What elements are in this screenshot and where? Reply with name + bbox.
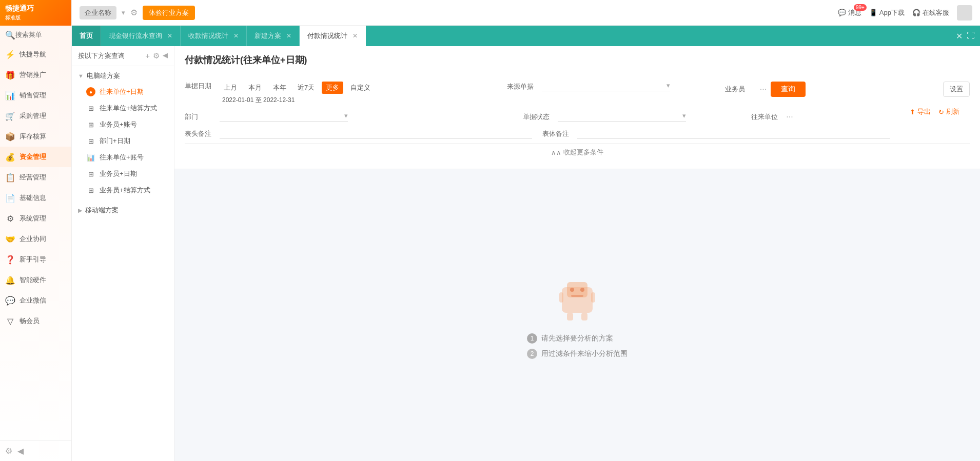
sidebar-settings-btn[interactable]: ⚙	[5, 446, 12, 456]
dept-label: 部门	[185, 112, 215, 122]
sidebar-item-marketing[interactable]: 🎁 营销推广	[0, 65, 71, 85]
sidebar-item-vip[interactable]: ▽ 畅会员	[0, 311, 71, 331]
tab-payment-detail-close-icon[interactable]: ✕	[352, 32, 358, 39]
date-opt-custom[interactable]: 自定义	[346, 82, 375, 94]
svg-point-3	[580, 288, 584, 292]
result-area: 1 请先选择要分析的方案 2 用过滤条件来缩小分析范围	[174, 169, 980, 461]
tab-payment-stat[interactable]: 收款情况统计 ✕	[181, 26, 247, 46]
scheme-desktop-group-header[interactable]: ▼ 电脑端方案	[72, 68, 174, 84]
scheme-item-unit-settlement-label: 往来单位+结算方式	[100, 104, 157, 113]
date-opt-this-month[interactable]: 本月	[244, 82, 266, 94]
scheme-item-staff-settlement[interactable]: ⊞ 业务员+结算方式	[72, 182, 174, 198]
date-opt-this-year[interactable]: 本年	[269, 82, 290, 94]
scheme-item-staff-date[interactable]: ⊞ 业务员+日期	[72, 166, 174, 182]
source-select[interactable]: ▾	[542, 82, 670, 91]
tab-payment-detail[interactable]: 付款情况统计 ✕	[300, 26, 366, 46]
export-icon: ⬆	[910, 108, 915, 116]
dept-select[interactable]: ▾	[220, 112, 348, 122]
trial-button[interactable]: 体验行业方案	[143, 6, 195, 20]
sidebar-bottom: ⚙ ◀	[0, 440, 71, 461]
main-area: 企业名称 ▾ ⚙ 体验行业方案 💬 消息 99+ 📱 App下载 🎧 在线客服 …	[72, 0, 980, 461]
empty-state: 1 请先选择要分析的方案 2 用过滤条件来缩小分析范围	[527, 272, 628, 359]
collapse-filter-button[interactable]: ∧∧ 收起更多条件	[185, 143, 970, 161]
user-avatar[interactable]	[957, 5, 972, 21]
sidebar-item-operation[interactable]: 📋 经营管理	[0, 167, 71, 188]
tip-text-2: 用过滤条件来缩小分析范围	[541, 349, 628, 358]
scheme-item-unit-date[interactable]: ● 往来单位+日期	[72, 84, 174, 100]
marketing-icon: 🎁	[5, 70, 15, 80]
tip-num-2: 2	[527, 349, 537, 359]
date-opt-7days[interactable]: 近7天	[293, 82, 319, 94]
header-note-input[interactable]	[220, 129, 532, 139]
date-label: 单据日期	[185, 82, 215, 91]
search-icon: 🔍	[5, 30, 15, 40]
topbar-chevron-icon[interactable]: ▾	[122, 9, 125, 16]
date-opt-more[interactable]: 更多	[322, 82, 343, 94]
svg-rect-6	[591, 292, 595, 303]
scheme-add-icon[interactable]: +	[145, 51, 150, 61]
tab-home[interactable]: 首页	[72, 26, 101, 46]
operation-icon: 📋	[5, 172, 15, 183]
tab-bar: 首页 现金银行流水查询 ✕ 收款情况统计 ✕ 新建方案 ✕ 付款情况统计 ✕ ✕…	[72, 26, 980, 46]
sidebar-item-inventory[interactable]: 📦 库存核算	[0, 126, 71, 147]
sidebar-item-finance[interactable]: 💰 资金管理	[0, 147, 71, 167]
sidebar-item-purchase[interactable]: 🛒 采购管理	[0, 106, 71, 126]
sidebar-item-system[interactable]: ⚙ 系统管理	[0, 208, 71, 229]
tab-payment-stat-close-icon[interactable]: ✕	[233, 32, 239, 39]
collapse-label: 收起更多条件	[563, 148, 603, 157]
tab-cashflow[interactable]: 现金银行流水查询 ✕	[101, 26, 181, 46]
scheme-item-staff-date-label: 业务员+日期	[100, 169, 137, 178]
date-options: 上月 本月 本年 近7天 更多 自定义	[220, 82, 375, 94]
logo-sub: 标准版	[5, 14, 34, 22]
doc-status-select[interactable]: ▾	[558, 112, 686, 122]
filter-area: 付款情况统计(往来单位+日期) ⬆ 导出 ↻ 刷新	[174, 46, 980, 169]
body-note-input[interactable]	[577, 129, 890, 139]
tab-home-label: 首页	[80, 31, 93, 41]
sidebar-item-wechat[interactable]: 💬 企业微信	[0, 290, 71, 311]
scheme-item-table-icon: ⊞	[86, 104, 95, 113]
scheme-item-unit-settlement[interactable]: ⊞ 往来单位+结算方式	[72, 100, 174, 116]
tab-close-all-icon[interactable]: ✕	[956, 31, 963, 41]
query-button[interactable]: 查询	[771, 82, 806, 97]
settings-button[interactable]: 设置	[943, 82, 970, 97]
topbar: 企业名称 ▾ ⚙ 体验行业方案 💬 消息 99+ 📱 App下载 🎧 在线客服	[72, 0, 980, 26]
sidebar-collapse-btn[interactable]: ◀	[17, 446, 24, 456]
app-label: App下载	[879, 8, 905, 17]
scheme-item-table-icon-5: ⊞	[86, 186, 95, 195]
sidebar-item-cooperation[interactable]: 🤝 企业协同	[0, 229, 71, 249]
refresh-button[interactable]: ↻ 刷新	[938, 107, 959, 116]
sidebar-item-search[interactable]: 🔍 搜索菜单	[0, 26, 71, 44]
sidebar-item-nav[interactable]: ⚡ 快捷导航	[0, 44, 71, 65]
staff-ellipsis[interactable]: ···	[760, 85, 767, 94]
export-button[interactable]: ⬆ 导出	[910, 107, 931, 116]
topbar-messages[interactable]: 💬 消息 99+	[838, 8, 861, 17]
sidebar-item-hardware[interactable]: 🔔 智能硬件	[0, 270, 71, 290]
tab-new-scheme[interactable]: 新建方案 ✕	[247, 26, 300, 46]
tab-new-scheme-close-icon[interactable]: ✕	[286, 32, 291, 39]
content-area: 按以下方案查询 + ⚙ ◀ ▼ 电脑端方案 ● 往来单位+日期 ⊞	[72, 46, 980, 461]
finance-label: 资金管理	[19, 152, 46, 162]
doc-status-label: 单据状态	[523, 112, 554, 122]
message-badge: 99+	[854, 4, 867, 11]
topbar-online-service[interactable]: 🎧 在线客服	[912, 8, 949, 17]
topbar-gear-icon[interactable]: ⚙	[130, 8, 138, 17]
sidebar-item-sales[interactable]: 📊 销售管理	[0, 85, 71, 106]
partner-ellipsis[interactable]: ···	[786, 112, 793, 122]
export-label: 导出	[917, 107, 931, 116]
system-label: 系统管理	[19, 214, 46, 223]
service-icon: 🎧	[912, 9, 920, 16]
scheme-item-staff-account[interactable]: ⊞ 业务员+账号	[72, 116, 174, 133]
scheme-item-unit-account[interactable]: 📊 往来单位+账号	[72, 149, 174, 166]
sidebar: 畅捷通巧 标准版 🔍 搜索菜单 ⚡ 快捷导航 🎁 营销推广 📊 销售管理 🛒 采…	[0, 0, 72, 461]
scheme-collapse-icon[interactable]: ◀	[163, 51, 168, 61]
scheme-item-dept-date[interactable]: ⊞ 部门+日期	[72, 133, 174, 149]
vip-icon: ▽	[5, 316, 15, 326]
date-opt-last-month[interactable]: 上月	[220, 82, 241, 94]
tab-fullscreen-icon[interactable]: ⛶	[967, 31, 975, 41]
tab-cashflow-close-icon[interactable]: ✕	[167, 32, 172, 39]
topbar-app-download[interactable]: 📱 App下载	[869, 8, 905, 17]
scheme-settings-icon[interactable]: ⚙	[153, 51, 160, 61]
scheme-mobile-group-header[interactable]: ▶ 移动端方案	[72, 203, 174, 218]
sidebar-item-guide[interactable]: ❓ 新手引导	[0, 249, 71, 270]
sidebar-item-basicinfo[interactable]: 📄 基础信息	[0, 188, 71, 208]
